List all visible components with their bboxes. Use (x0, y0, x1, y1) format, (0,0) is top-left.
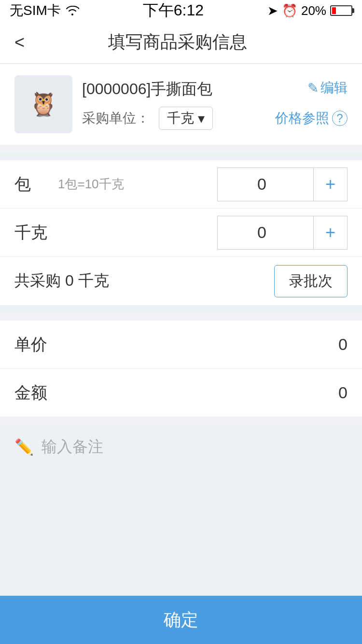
wifi-icon (66, 6, 79, 15)
section-separator-2 (0, 305, 362, 313)
bag-input-row: 包 1包=10千克 + (0, 160, 362, 209)
page-title: 填写商品采购信息 (34, 30, 320, 54)
nav-bar: < 填写商品采购信息 (0, 21, 362, 64)
price-ref-question-icon: ? (332, 111, 348, 126)
input-section: 包 1包=10千克 + 千克 + (0, 160, 362, 257)
price-ref-label: 价格参照 (275, 109, 329, 127)
product-info: [0000006]手撕面包 ✎ 编辑 采购单位： 千克 ▾ 价格参照 ? (82, 79, 348, 130)
confirm-button[interactable]: 确定 (0, 596, 362, 644)
pencil-icon: ✏️ (14, 438, 34, 456)
edit-link[interactable]: ✎ 编辑 (307, 79, 348, 97)
bag-quantity-input[interactable] (217, 168, 314, 201)
chevron-down-icon: ▾ (198, 111, 205, 126)
amount-row: 金额 0 (0, 369, 362, 417)
summary-text: 共采购 0 千克 (14, 270, 109, 292)
notes-placeholder: 输入备注 (42, 436, 103, 458)
bottom-bar: 确定 (0, 596, 362, 644)
battery-icon (330, 5, 352, 16)
section-separator-1 (0, 153, 362, 160)
record-batch-button[interactable]: 录批次 (274, 265, 348, 297)
product-header: [0000006]手撕面包 ✎ 编辑 (82, 79, 348, 100)
price-ref-link[interactable]: 价格参照 ? (275, 109, 348, 127)
product-logo: 🦉 (29, 91, 58, 118)
status-right: ➤ ⏰ 20% (267, 3, 352, 18)
status-time: 下午6:12 (143, 0, 204, 21)
kg-quantity-input[interactable] (217, 216, 314, 250)
alarm-icon: ⏰ (282, 3, 297, 18)
kg-controls: + (217, 216, 348, 250)
unit-price-row: 单价 0 (0, 321, 362, 369)
status-bar: 无SIM卡 下午6:12 ➤ ⏰ 20% (0, 0, 362, 21)
bag-controls: + (217, 168, 348, 201)
battery-text: 20% (301, 3, 326, 18)
unit-label: 采购单位： (82, 111, 150, 126)
amount-value: 0 (338, 383, 348, 402)
product-thumbnail: 🦉 (14, 75, 72, 133)
kg-plus-button[interactable]: + (314, 216, 348, 250)
kg-label: 千克 (14, 222, 53, 244)
location-icon: ➤ (267, 3, 278, 18)
status-left: 无SIM卡 (10, 1, 79, 20)
amount-label: 金额 (14, 382, 47, 404)
summary-row: 共采购 0 千克 录批次 (0, 257, 362, 305)
edit-label: 编辑 (320, 79, 348, 97)
product-name: [0000006]手撕面包 (82, 79, 212, 100)
bag-plus-button[interactable]: + (314, 168, 348, 201)
notes-section[interactable]: ✏️ 输入备注 (0, 425, 362, 469)
unit-group: 采购单位： 千克 ▾ (82, 107, 213, 130)
price-section: 单价 0 金额 0 (0, 321, 362, 417)
bag-label: 包 (14, 173, 53, 196)
unit-price-label: 单价 (14, 334, 47, 356)
kg-input-row: 千克 + (0, 209, 362, 257)
carrier-text: 无SIM卡 (10, 1, 61, 20)
product-unit-row: 采购单位： 千克 ▾ 价格参照 ? (82, 107, 348, 130)
edit-icon: ✎ (307, 80, 319, 96)
unit-selector[interactable]: 千克 ▾ (159, 107, 213, 130)
bag-hint: 1包=10千克 (58, 176, 217, 193)
unit-price-value: 0 (338, 335, 348, 354)
unit-value: 千克 (167, 109, 194, 127)
back-button[interactable]: < (14, 32, 25, 53)
content-spacer (0, 469, 362, 604)
product-card: 🦉 [0000006]手撕面包 ✎ 编辑 采购单位： 千克 ▾ 价格参照 ? (0, 64, 362, 145)
